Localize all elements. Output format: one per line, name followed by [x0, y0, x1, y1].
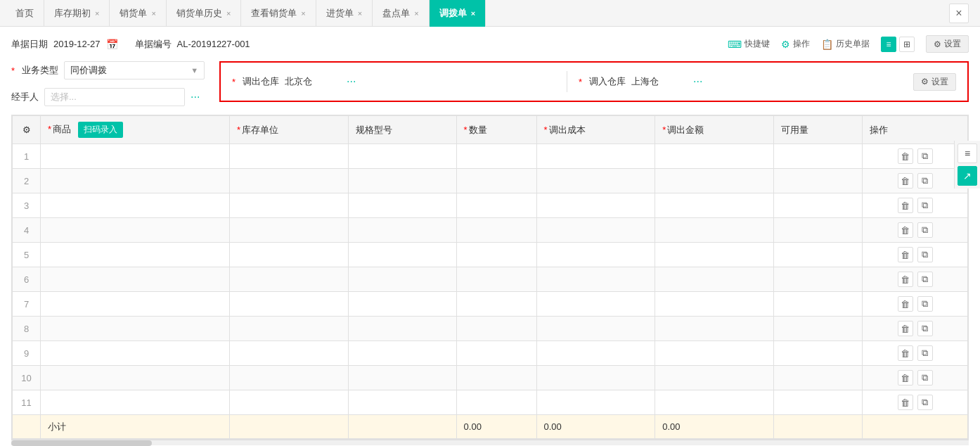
cell-product[interactable]: [41, 267, 230, 292]
cell-amount[interactable]: [655, 267, 774, 292]
delete-icon[interactable]: 🗑: [898, 198, 913, 213]
cell-cost[interactable]: [536, 267, 655, 292]
tab-transfer[interactable]: 调拨单 ×: [430, 0, 486, 27]
cell-quantity[interactable]: [456, 193, 536, 218]
cell-amount[interactable]: [655, 366, 774, 390]
cell-amount[interactable]: [655, 292, 774, 317]
cell-product[interactable]: [41, 390, 230, 415]
cell-product[interactable]: [41, 243, 230, 267]
cell-quantity[interactable]: [456, 267, 536, 292]
copy-icon[interactable]: ⧉: [917, 345, 933, 361]
calendar-icon[interactable]: 📅: [106, 39, 118, 50]
copy-icon[interactable]: ⧉: [917, 173, 933, 189]
panel-expand-icon[interactable]: ↗: [958, 166, 977, 186]
warehouse-settings-button[interactable]: ⚙ 设置: [913, 73, 956, 91]
cell-quantity[interactable]: [456, 218, 536, 243]
tab-purchase-order[interactable]: 进货单 ×: [316, 0, 373, 27]
tab-sales-history[interactable]: 销货单历史 ×: [167, 0, 241, 27]
cell-product[interactable]: [41, 366, 230, 390]
cell-cost[interactable]: [536, 366, 655, 390]
cell-amount[interactable]: [655, 243, 774, 267]
cell-quantity[interactable]: [456, 341, 536, 366]
delete-icon[interactable]: 🗑: [898, 247, 913, 262]
copy-icon[interactable]: ⧉: [917, 247, 933, 262]
cell-amount[interactable]: [655, 317, 774, 341]
business-type-select[interactable]: 同价调拨 ▼: [64, 61, 205, 79]
cell-amount[interactable]: [655, 218, 774, 243]
layout-icon-grid[interactable]: ⊞: [899, 37, 915, 52]
delete-icon[interactable]: 🗑: [898, 370, 913, 386]
tab-home[interactable]: 首页: [6, 0, 44, 27]
cell-product[interactable]: [41, 169, 230, 193]
tab-sales-order[interactable]: 销货单 ×: [110, 0, 166, 27]
cell-product[interactable]: [41, 317, 230, 341]
tab-view-sales-close[interactable]: ×: [301, 9, 305, 18]
cell-product[interactable]: [41, 292, 230, 317]
tab-sales-order-close[interactable]: ×: [151, 9, 155, 18]
cell-amount[interactable]: [655, 193, 774, 218]
history-button[interactable]: 📋 历史单据: [821, 38, 870, 50]
delete-icon[interactable]: 🗑: [898, 272, 913, 287]
shortcut-key-button[interactable]: ⌨ 快捷键: [728, 38, 770, 50]
copy-icon[interactable]: ⧉: [917, 272, 933, 287]
copy-icon[interactable]: ⧉: [917, 222, 933, 238]
cell-quantity[interactable]: [456, 390, 536, 415]
scroll-bar[interactable]: [11, 440, 969, 445]
cell-cost[interactable]: [536, 193, 655, 218]
cell-quantity[interactable]: [456, 243, 536, 267]
cell-amount[interactable]: [655, 390, 774, 415]
cell-cost[interactable]: [536, 169, 655, 193]
copy-icon[interactable]: ⧉: [917, 395, 933, 410]
agent-more-icon[interactable]: ···: [191, 91, 200, 103]
delete-icon[interactable]: 🗑: [898, 395, 913, 410]
copy-icon[interactable]: ⧉: [917, 148, 933, 164]
cell-cost[interactable]: [536, 390, 655, 415]
cell-amount[interactable]: [655, 341, 774, 366]
cell-product[interactable]: [41, 144, 230, 169]
tab-transfer-close[interactable]: ×: [471, 9, 475, 18]
scan-button[interactable]: 扫码录入: [78, 122, 123, 138]
operation-button[interactable]: ⚙ 操作: [781, 38, 810, 50]
cell-quantity[interactable]: [456, 169, 536, 193]
cell-quantity[interactable]: [456, 366, 536, 390]
cell-cost[interactable]: [536, 144, 655, 169]
tab-purchase-order-close[interactable]: ×: [358, 9, 362, 18]
tab-view-sales[interactable]: 查看销货单 ×: [241, 0, 316, 27]
tab-inventory-check[interactable]: 盘点单 ×: [373, 0, 429, 27]
cell-product[interactable]: [41, 341, 230, 366]
window-close-button[interactable]: ×: [949, 4, 969, 23]
warehouse-out-more[interactable]: ···: [347, 75, 356, 88]
cell-amount[interactable]: [655, 169, 774, 193]
scroll-thumb[interactable]: [11, 440, 152, 446]
agent-select[interactable]: 选择...: [44, 88, 185, 106]
tab-sales-history-close[interactable]: ×: [226, 9, 231, 18]
copy-icon[interactable]: ⧉: [917, 321, 933, 336]
cell-cost[interactable]: [536, 317, 655, 341]
delete-icon[interactable]: 🗑: [898, 222, 913, 238]
cell-cost[interactable]: [536, 292, 655, 317]
settings-button[interactable]: ⚙ 设置: [926, 35, 969, 53]
delete-icon[interactable]: 🗑: [898, 173, 913, 189]
delete-icon[interactable]: 🗑: [898, 345, 913, 361]
cell-quantity[interactable]: [456, 292, 536, 317]
delete-icon[interactable]: 🗑: [898, 296, 913, 312]
tab-inventory-check-close[interactable]: ×: [414, 9, 418, 18]
cell-product[interactable]: [41, 193, 230, 218]
cell-cost[interactable]: [536, 341, 655, 366]
cell-amount[interactable]: [655, 144, 774, 169]
warehouse-in-more[interactable]: ···: [693, 75, 702, 88]
cell-cost[interactable]: [536, 243, 655, 267]
th-gear[interactable]: ⚙: [13, 116, 41, 144]
cell-quantity[interactable]: [456, 144, 536, 169]
panel-list-icon[interactable]: ≡: [958, 144, 977, 163]
layout-icon-list[interactable]: ≡: [881, 37, 896, 52]
tab-inventory-init[interactable]: 库存期初 ×: [44, 0, 110, 27]
copy-icon[interactable]: ⧉: [917, 370, 933, 386]
cell-product[interactable]: [41, 218, 230, 243]
delete-icon[interactable]: 🗑: [898, 321, 913, 336]
cell-cost[interactable]: [536, 218, 655, 243]
delete-icon[interactable]: 🗑: [898, 148, 913, 164]
copy-icon[interactable]: ⧉: [917, 198, 933, 213]
cell-quantity[interactable]: [456, 317, 536, 341]
tab-inventory-init-close[interactable]: ×: [95, 9, 99, 18]
